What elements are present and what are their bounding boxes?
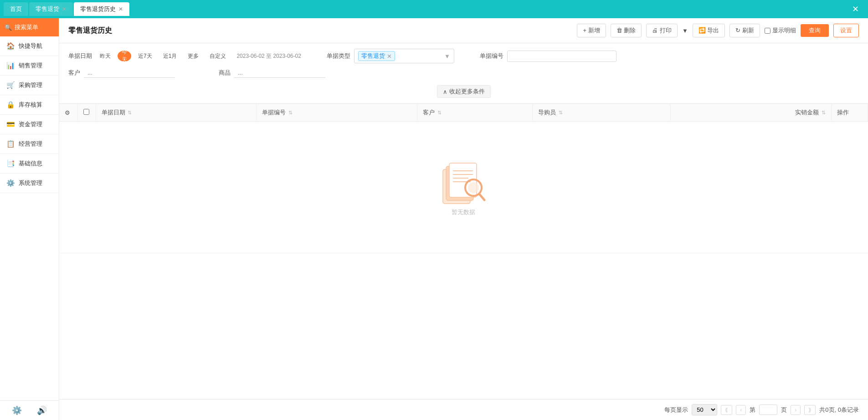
empty-state-row: 暂无数据 [59, 122, 868, 253]
col-guide-label: 导购员 [538, 109, 556, 116]
page-header: 零售退货历史 + 新增 🗑 删除 🖨 打印 ▼ 🔁 导出 ↻ 刷新 显示明细 查… [59, 18, 868, 43]
sys-icon: ⚙️ [6, 179, 15, 187]
date-btn-1month[interactable]: 近1月 [159, 51, 181, 61]
col-date-sort[interactable]: ⇅ [128, 110, 132, 115]
content-area: 零售退货历史 + 新增 🗑 删除 🖨 打印 ▼ 🔁 导出 ↻ 刷新 显示明细 查… [59, 18, 868, 420]
last-page-button[interactable]: ⟫ [804, 405, 816, 415]
show-detail-label: 显示明细 [772, 26, 796, 35]
type-tag-value: 零售退货 [361, 52, 385, 60]
col-amount-sort[interactable]: ⇅ [822, 110, 826, 115]
page-input[interactable]: 1 [759, 405, 777, 415]
filter-row-2: 客户 商品 [68, 68, 859, 78]
sidebar-item-sys-mgmt[interactable]: ⚙️ 系统管理 [0, 174, 59, 193]
col-number-sort[interactable]: ⇅ [288, 110, 293, 115]
settings-button[interactable]: 设置 [833, 24, 859, 37]
sidebar-item-basic-info[interactable]: 📑 基础信息 [0, 154, 59, 174]
tab-retail-return-history-close[interactable]: ✕ [118, 6, 123, 12]
sidebar-settings-icon[interactable]: ⚙️ [12, 405, 22, 415]
per-page-select[interactable]: 50 100 200 [692, 404, 717, 415]
inventory-icon: 🔒 [6, 101, 15, 109]
table-body: 暂无数据 [59, 122, 868, 253]
tab-retail-return[interactable]: 零售退货 ✕ [29, 2, 73, 16]
page-label: 第 [750, 406, 755, 414]
empty-text: 暂无数据 [452, 208, 475, 216]
tab-retail-return-history[interactable]: 零售退货历史 ✕ [74, 2, 129, 16]
print-button[interactable]: 🖨 打印 [646, 24, 678, 37]
sidebar-item-finance[interactable]: 💳 资金管理 [0, 115, 59, 134]
per-page-label: 每页显示 [664, 406, 688, 414]
sidebar-item-quick-nav-label: 快捷导航 [19, 42, 42, 50]
export-button[interactable]: 🔁 导出 [693, 24, 725, 37]
new-button[interactable]: + 新增 [577, 24, 606, 37]
tab-retail-return-close[interactable]: ✕ [62, 6, 67, 12]
col-date[interactable]: 单据日期 ⇅ [96, 104, 257, 122]
type-tag-close[interactable]: ✕ [387, 53, 392, 60]
collapse-icon: ∧ [443, 88, 447, 95]
sidebar-item-ops[interactable]: 📋 经营管理 [0, 134, 59, 154]
sidebar-item-quick-nav[interactable]: 🏠 快捷导航 [0, 36, 59, 56]
print-dropdown-icon[interactable]: ▼ [682, 27, 688, 34]
col-ops: 操作 [832, 104, 868, 122]
sidebar-search[interactable]: 🔍 搜索菜单 [0, 18, 59, 36]
col-number-label: 单据编号 [262, 109, 286, 116]
sidebar-item-sales[interactable]: 📊 销售管理 [0, 56, 59, 76]
show-detail-checkbox[interactable] [765, 28, 770, 34]
svg-line-9 [479, 194, 484, 200]
total-text: 共0页, 0条记录 [819, 406, 859, 414]
sidebar-item-ops-label: 经营管理 [19, 140, 42, 148]
id-filter-input[interactable] [507, 51, 616, 62]
date-btn-today[interactable]: 今天 [118, 51, 131, 61]
col-guide[interactable]: 导购员 ⇅ [533, 104, 671, 122]
first-page-button[interactable]: ⟪ [721, 405, 732, 415]
type-filter-label: 单据类型 [327, 52, 350, 60]
sidebar-item-sales-label: 销售管理 [19, 61, 42, 70]
sidebar-item-purchase[interactable]: 🛒 采购管理 [0, 76, 59, 95]
col-customer-sort[interactable]: ⇅ [437, 110, 442, 115]
id-filter-label: 单据编号 [480, 52, 503, 60]
tab-retail-return-label: 零售退货 [36, 5, 59, 13]
sidebar-item-sys-mgmt-label: 系统管理 [19, 179, 42, 187]
date-btn-more[interactable]: 更多 [184, 51, 203, 61]
window-close-button[interactable]: ✕ [847, 4, 864, 14]
col-number[interactable]: 单据编号 ⇅ [257, 104, 417, 122]
query-button[interactable]: 查询 [801, 24, 829, 37]
table-settings-icon[interactable]: ⚙ [65, 109, 70, 116]
type-filter-group: 单据类型 零售退货 ✕ ▼ [327, 49, 454, 63]
type-select[interactable]: 零售退货 ✕ ▼ [354, 49, 454, 63]
col-amount[interactable]: 实销金额 ⇅ [671, 104, 832, 122]
sidebar-item-purchase-label: 采购管理 [19, 81, 42, 89]
sidebar-item-inventory-label: 库存核算 [19, 101, 42, 109]
date-btn-7days[interactable]: 近7天 [134, 51, 156, 61]
delete-button[interactable]: 🗑 删除 [611, 24, 642, 37]
table-select-all[interactable] [83, 109, 89, 115]
sidebar-bottom: ⚙️ 🔊 [0, 400, 59, 420]
goods-filter-input[interactable] [234, 68, 325, 78]
header-actions: + 新增 🗑 删除 🖨 打印 ▼ 🔁 导出 ↻ 刷新 显示明细 查询 设置 [577, 24, 859, 37]
search-icon: 🔍 [5, 24, 12, 31]
sidebar-audio-icon[interactable]: 🔊 [37, 405, 47, 415]
col-customer[interactable]: 客户 ⇅ [417, 104, 533, 122]
refresh-button[interactable]: ↻ 刷新 [729, 24, 760, 37]
goods-filter-label: 商品 [219, 69, 231, 77]
date-options: 昨天 今天 近7天 近1月 更多 自定义 [96, 51, 230, 61]
date-btn-custom[interactable]: 自定义 [205, 51, 230, 61]
table-settings-col[interactable]: ⚙ [59, 104, 77, 122]
sales-icon: 📊 [6, 61, 15, 70]
quick-nav-icon: 🏠 [6, 42, 15, 50]
sidebar-item-inventory[interactable]: 🔒 库存核算 [0, 95, 59, 115]
prev-page-button[interactable]: ‹ [736, 405, 746, 415]
date-btn-yesterday[interactable]: 昨天 [96, 51, 115, 61]
collapse-button[interactable]: ∧ 收起更多条件 [437, 85, 491, 98]
col-date-label: 单据日期 [102, 109, 125, 116]
col-guide-sort[interactable]: ⇅ [559, 110, 563, 115]
basic-info-icon: 📑 [6, 159, 15, 168]
tab-home[interactable]: 首页 [4, 2, 28, 16]
empty-state: 暂无数据 [59, 122, 868, 253]
show-detail-checkbox-label[interactable]: 显示明细 [765, 26, 796, 35]
customer-filter-group: 客户 [68, 68, 175, 78]
customer-filter-input[interactable] [84, 68, 175, 78]
next-page-button[interactable]: › [791, 405, 801, 415]
col-ops-label: 操作 [837, 109, 849, 116]
type-dropdown-icon[interactable]: ▼ [444, 53, 450, 60]
tab-home-label: 首页 [10, 5, 22, 13]
